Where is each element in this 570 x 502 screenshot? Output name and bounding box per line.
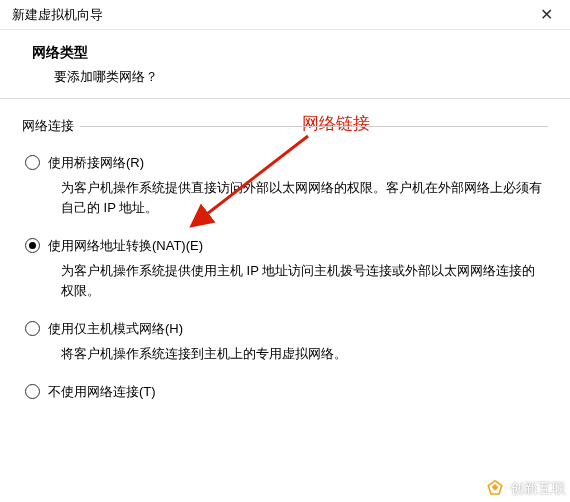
radio-icon: [25, 155, 40, 170]
option-desc-hostonly: 将客户机操作系统连接到主机上的专用虚拟网络。: [61, 344, 548, 364]
radio-label: 不使用网络连接(T): [48, 382, 156, 401]
radio-group: 使用桥接网络(R) 为客户机操作系统提供直接访问外部以太网网络的权限。客户机在外…: [22, 153, 548, 401]
wizard-header-subtitle: 要添加哪类网络？: [32, 68, 558, 86]
option-desc-bridged: 为客户机操作系统提供直接访问外部以太网网络的权限。客户机在外部网络上必须有自己的…: [61, 178, 548, 218]
radio-option-hostonly[interactable]: 使用仅主机模式网络(H): [22, 319, 548, 338]
radio-label: 使用仅主机模式网络(H): [48, 319, 183, 338]
radio-label: 使用桥接网络(R): [48, 153, 144, 172]
close-button[interactable]: ✕: [530, 3, 562, 27]
fieldset-divider: [22, 126, 548, 127]
window-title: 新建虚拟机向导: [12, 6, 530, 24]
radio-option-none[interactable]: 不使用网络连接(T): [22, 382, 548, 401]
fieldset-legend: 网络连接: [22, 117, 80, 135]
radio-icon: [25, 384, 40, 399]
radio-icon: [25, 238, 40, 253]
titlebar: 新建虚拟机向导 ✕: [0, 0, 570, 30]
watermark-text: 创新互联: [510, 480, 566, 498]
watermark-logo-icon: [485, 479, 505, 499]
content-area: 网络连接 使用桥接网络(R) 为客户机操作系统提供直接访问外部以太网网络的权限。…: [0, 99, 570, 421]
wizard-header: 网络类型 要添加哪类网络？: [0, 30, 570, 99]
radio-option-nat[interactable]: 使用网络地址转换(NAT)(E): [22, 236, 548, 255]
annotation-label: 网络链接: [302, 112, 370, 135]
radio-icon: [25, 321, 40, 336]
wizard-header-title: 网络类型: [32, 44, 558, 62]
radio-label: 使用网络地址转换(NAT)(E): [48, 236, 203, 255]
radio-option-bridged[interactable]: 使用桥接网络(R): [22, 153, 548, 172]
watermark: 创新互联: [485, 479, 566, 499]
network-fieldset: 网络连接 使用桥接网络(R) 为客户机操作系统提供直接访问外部以太网网络的权限。…: [22, 117, 548, 401]
option-desc-nat: 为客户机操作系统提供使用主机 IP 地址访问主机拨号连接或外部以太网网络连接的权…: [61, 261, 548, 301]
